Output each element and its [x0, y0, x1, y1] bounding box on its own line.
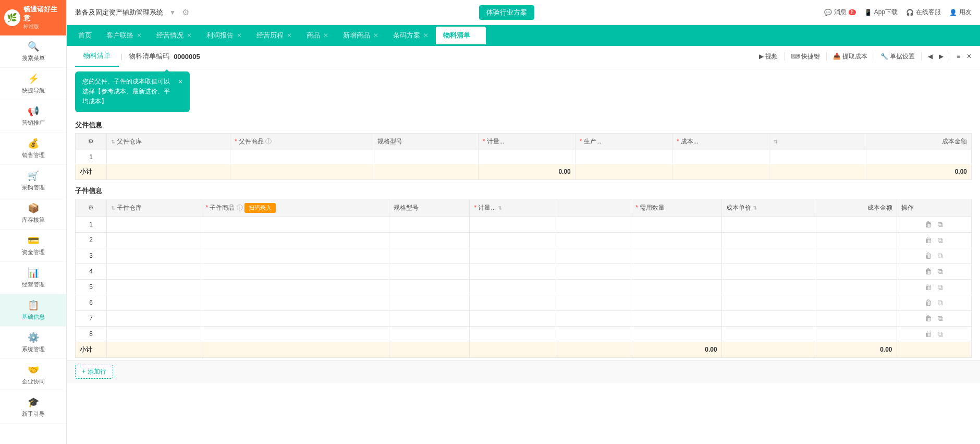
child-qty-2[interactable] — [631, 232, 722, 248]
parent-unit-1[interactable] — [478, 150, 575, 164]
tab-4[interactable]: 经营历程✕ — [249, 27, 299, 44]
child-warehouse-2[interactable] — [107, 232, 201, 248]
parent-cost-1[interactable] — [672, 150, 769, 164]
delete-btn-7[interactable]: 🗑 — [923, 313, 934, 323]
sort-icon[interactable]: ⇅ — [111, 139, 115, 145]
child-unit-4[interactable] — [470, 263, 557, 279]
tab-close-1[interactable]: ✕ — [137, 32, 142, 39]
message-item[interactable]: 💬 消息 6 — [824, 8, 856, 17]
child-product-3[interactable] — [201, 248, 389, 263]
next-btn[interactable]: ▶ — [939, 53, 944, 60]
tab-close-5[interactable]: ✕ — [323, 32, 328, 39]
tab-0[interactable]: 首页 — [71, 27, 99, 44]
shortcut-btn[interactable]: ⌨ 快捷键 — [791, 52, 820, 61]
child-spec-5[interactable] — [389, 279, 469, 295]
child-product-4[interactable] — [201, 263, 389, 279]
child-spec-3[interactable] — [389, 248, 469, 263]
child-warehouse-7[interactable] — [107, 310, 201, 326]
settings-icon[interactable]: ⚙ — [182, 7, 189, 17]
sub-tab-material-list[interactable]: 物料清单 — [75, 46, 119, 67]
copy-btn-4[interactable]: ⧉ — [936, 266, 945, 277]
child-qty-1[interactable] — [631, 217, 722, 232]
tab-close-6[interactable]: ✕ — [373, 32, 378, 39]
child-product-8[interactable] — [201, 326, 389, 342]
child-spec-7[interactable] — [389, 310, 469, 326]
child-product-5[interactable] — [201, 279, 389, 295]
extract-cost-btn[interactable]: 📥 提取成本 — [833, 52, 867, 61]
child-unit-cost-7[interactable] — [721, 310, 816, 326]
child-qty-3[interactable] — [631, 248, 722, 263]
child-unit-6[interactable] — [470, 295, 557, 310]
child-unit-1[interactable] — [470, 217, 557, 232]
child-warehouse-4[interactable] — [107, 263, 201, 279]
tooltip-close-btn[interactable]: × — [178, 77, 182, 88]
child-unit-8[interactable] — [470, 326, 557, 342]
child-unit-cost-3[interactable] — [721, 248, 816, 263]
voucher-settings-btn[interactable]: 🔧 单据设置 — [880, 52, 915, 61]
tab-3[interactable]: 利润报告✕ — [199, 27, 249, 44]
child-unit-cost-4[interactable] — [721, 263, 816, 279]
copy-btn-2[interactable]: ⧉ — [936, 235, 945, 245]
delete-btn-1[interactable]: 🗑 — [923, 219, 934, 230]
sidebar-item-cooperation[interactable]: 🤝企业协同 — [0, 359, 66, 391]
child-spec-8[interactable] — [389, 326, 469, 342]
video-btn[interactable]: ▶ 视频 — [759, 52, 778, 61]
child-warehouse-1[interactable] — [107, 217, 201, 232]
list-view-btn[interactable]: ≡ — [957, 53, 960, 60]
child-unit-cost-8[interactable] — [721, 326, 816, 342]
sidebar-item-quick-nav[interactable]: ⚡快捷导航 — [0, 68, 66, 100]
tab-close-3[interactable]: ✕ — [237, 32, 242, 39]
child-unit-cost-1[interactable] — [721, 217, 816, 232]
sidebar-item-operations[interactable]: 📊经营管理 — [0, 262, 66, 294]
delete-btn-3[interactable]: 🗑 — [923, 250, 934, 261]
tab-close-7[interactable]: ✕ — [423, 32, 428, 39]
app-download-item[interactable]: 📱 App下载 — [864, 8, 898, 17]
sidebar-item-guide[interactable]: 🎓新手引导 — [0, 391, 66, 424]
child-product-2[interactable] — [201, 232, 389, 248]
child-qty-4[interactable] — [631, 263, 722, 279]
child-qty-5[interactable] — [631, 279, 722, 295]
child-spec-4[interactable] — [389, 263, 469, 279]
child-unit-2[interactable] — [470, 232, 557, 248]
close-content-btn[interactable]: ✕ — [966, 53, 972, 60]
delete-btn-5[interactable]: 🗑 — [923, 282, 934, 292]
child-unit-cost-6[interactable] — [721, 295, 816, 310]
parent-production-1[interactable] — [575, 150, 672, 164]
child-spec-6[interactable] — [389, 295, 469, 310]
tab-7[interactable]: 条码方案✕ — [386, 27, 436, 44]
tab-5[interactable]: 商品✕ — [299, 27, 336, 44]
sidebar-item-inventory[interactable]: 📦库存核算 — [0, 197, 66, 230]
tab-1[interactable]: 客户联络✕ — [99, 27, 149, 44]
child-unit-cost-5[interactable] — [721, 279, 816, 295]
sidebar-item-system[interactable]: ⚙️系统管理 — [0, 327, 66, 359]
sidebar-item-basic-info[interactable]: 📋基础信息 — [0, 294, 66, 327]
sidebar-item-search[interactable]: 🔍搜索菜单 — [0, 35, 66, 68]
child-spec-2[interactable] — [389, 232, 469, 248]
child-unit-5[interactable] — [470, 279, 557, 295]
child-warehouse-6[interactable] — [107, 295, 201, 310]
sidebar-item-sales[interactable]: 💰销售管理 — [0, 133, 66, 165]
child-warehouse-8[interactable] — [107, 326, 201, 342]
copy-btn-8[interactable]: ⧉ — [936, 329, 945, 339]
child-spec-1[interactable] — [389, 217, 469, 232]
copy-btn-6[interactable]: ⧉ — [936, 297, 945, 308]
child-warehouse-3[interactable] — [107, 248, 201, 263]
sidebar-item-finance[interactable]: 💳资金管理 — [0, 230, 66, 262]
prev-btn[interactable]: ◀ — [928, 53, 933, 60]
delete-btn-2[interactable]: 🗑 — [923, 235, 934, 245]
child-qty-8[interactable] — [631, 326, 722, 342]
dropdown-icon[interactable]: ▼ — [169, 9, 176, 16]
parent-spec-1[interactable] — [373, 150, 478, 164]
tab-close-8[interactable]: ✕ — [473, 32, 479, 39]
copy-btn-5[interactable]: ⧉ — [936, 282, 945, 292]
parent-product-1[interactable] — [230, 150, 373, 164]
delete-btn-4[interactable]: 🗑 — [923, 266, 934, 277]
th-gear[interactable]: ⚙ — [76, 133, 107, 150]
tab-2[interactable]: 经营情况✕ — [149, 27, 199, 44]
trial-button[interactable]: 体验行业方案 — [479, 5, 534, 20]
copy-btn-1[interactable]: ⧉ — [936, 219, 945, 230]
child-unit-cost-2[interactable] — [721, 232, 816, 248]
tab-close-2[interactable]: ✕ — [187, 32, 192, 39]
sidebar-item-marketing[interactable]: 📢营销推广 — [0, 100, 66, 133]
child-qty-7[interactable] — [631, 310, 722, 326]
